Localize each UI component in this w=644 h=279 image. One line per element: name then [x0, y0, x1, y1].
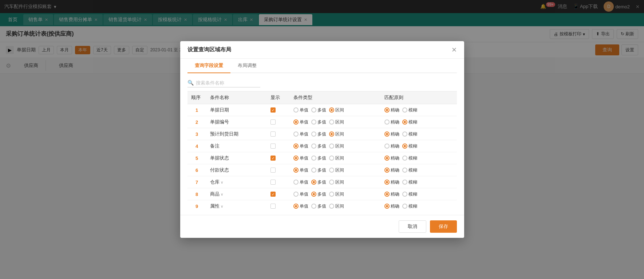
radio-circle-type-2-9 — [329, 204, 334, 209]
radio-type-单值-9[interactable]: 单值 — [293, 203, 308, 209]
cell-order-6: 6 — [187, 164, 206, 176]
radio-label-match-0-2: 精确 — [391, 119, 399, 125]
radio-circle-type-2-1 — [329, 107, 334, 113]
radio-match-精确-1[interactable]: 精确 — [384, 107, 399, 113]
radio-match-精确-7[interactable]: 精确 — [384, 179, 399, 185]
cancel-button[interactable]: 取消 — [399, 220, 426, 233]
cell-display-9[interactable] — [267, 200, 290, 212]
cell-display-2[interactable] — [267, 116, 290, 128]
radio-type-多值-7[interactable]: 多值 — [311, 179, 326, 185]
cell-display-1[interactable] — [267, 104, 290, 116]
radio-type-单值-5[interactable]: 单值 — [293, 155, 308, 161]
radio-match-精确-6[interactable]: 精确 — [384, 167, 399, 173]
radio-match-模糊-5[interactable]: 模糊 — [402, 155, 417, 161]
save-button[interactable]: 保存 — [430, 220, 457, 233]
radio-circle-match-1-1 — [402, 107, 407, 113]
radio-label-type-0-4: 单值 — [300, 143, 308, 149]
radio-type-多值-2[interactable]: 多值 — [311, 119, 326, 125]
radio-type-多值-9[interactable]: 多值 — [311, 203, 326, 209]
modal-tab-query-fields[interactable]: 查询字段设置 — [187, 59, 230, 73]
radio-type-单值-8[interactable]: 单值 — [293, 191, 308, 197]
cell-name-7: 仓库 ∨ — [206, 176, 267, 188]
radio-type-单值-6[interactable]: 单值 — [293, 167, 308, 173]
radio-type-单值-7[interactable]: 单值 — [293, 179, 308, 185]
radio-circle-type-1-3 — [311, 131, 316, 137]
cell-display-8[interactable] — [267, 188, 290, 200]
checkbox-display-2[interactable] — [270, 119, 276, 125]
radio-label-type-2-4: 区间 — [335, 143, 344, 149]
radio-match-模糊-3[interactable]: 模糊 — [402, 131, 417, 137]
checkbox-display-1[interactable] — [270, 107, 276, 113]
checkbox-display-9[interactable] — [270, 204, 276, 209]
radio-label-match-0-6: 精确 — [391, 167, 399, 173]
radio-type-多值-6[interactable]: 多值 — [311, 167, 326, 173]
radio-match-模糊-7[interactable]: 模糊 — [402, 179, 417, 185]
radio-match-模糊-8[interactable]: 模糊 — [402, 191, 417, 197]
radio-type-单值-2[interactable]: 单值 — [293, 119, 308, 125]
radio-match-精确-8[interactable]: 精确 — [384, 191, 399, 197]
modal-close-button[interactable]: ✕ — [451, 47, 457, 53]
radio-circle-type-1-4 — [311, 144, 316, 149]
radio-type-区间-2[interactable]: 区间 — [329, 119, 344, 125]
radio-type-区间-6[interactable]: 区间 — [329, 167, 344, 173]
cell-display-7[interactable] — [267, 176, 290, 188]
cell-display-4[interactable] — [267, 140, 290, 152]
radio-match-模糊-1[interactable]: 模糊 — [402, 107, 417, 113]
checkbox-display-7[interactable] — [270, 180, 276, 185]
radio-label-type-0-8: 单值 — [300, 191, 308, 197]
checkbox-display-5[interactable] — [270, 156, 276, 161]
modal-tab-layout[interactable]: 布局调整 — [230, 59, 264, 73]
table-row: 2单据编号单值多值区间精确模糊 — [187, 116, 457, 128]
radio-type-多值-4[interactable]: 多值 — [311, 143, 326, 149]
table-row: 3预计到货日期单值多值区间精确模糊 — [187, 128, 457, 140]
radio-label-type-2-3: 区间 — [335, 131, 344, 137]
radio-match-精确-9[interactable]: 精确 — [384, 203, 399, 209]
radio-type-区间-5[interactable]: 区间 — [329, 155, 344, 161]
radio-type-多值-8[interactable]: 多值 — [311, 191, 326, 197]
radio-label-type-1-4: 多值 — [317, 143, 326, 149]
radio-circle-match-0-6 — [384, 168, 390, 173]
radio-match-精确-4[interactable]: 精确 — [384, 143, 399, 149]
radio-type-多值-5[interactable]: 多值 — [311, 155, 326, 161]
radio-label-match-0-1: 精确 — [391, 107, 399, 113]
cell-display-5[interactable] — [267, 152, 290, 164]
radio-match-模糊-2[interactable]: 模糊 — [402, 119, 417, 125]
th-type: 条件类型 — [290, 91, 381, 104]
cell-order-1: 1 — [187, 104, 206, 116]
radio-match-模糊-6[interactable]: 模糊 — [402, 167, 417, 173]
radio-type-区间-3[interactable]: 区间 — [329, 131, 344, 137]
radio-match-精确-2[interactable]: 精确 — [384, 119, 399, 125]
radio-type-区间-1[interactable]: 区间 — [329, 107, 344, 113]
checkbox-display-6[interactable] — [270, 168, 276, 173]
radio-type-单值-1[interactable]: 单值 — [293, 107, 308, 113]
search-input[interactable] — [196, 80, 254, 86]
radio-circle-type-1-6 — [311, 168, 316, 173]
radio-type-区间-7[interactable]: 区间 — [329, 179, 344, 185]
radio-label-type-1-2: 多值 — [317, 119, 326, 125]
checkbox-display-3[interactable] — [270, 131, 276, 137]
cell-match-9: 精确模糊 — [381, 200, 457, 212]
radio-circle-type-0-2 — [293, 119, 299, 125]
radio-type-区间-8[interactable]: 区间 — [329, 191, 344, 197]
cell-type-5: 单值多值区间 — [290, 152, 381, 164]
radio-match-模糊-4[interactable]: 模糊 — [402, 143, 417, 149]
radio-type-多值-3[interactable]: 多值 — [311, 131, 326, 137]
cell-order-5: 5 — [187, 152, 206, 164]
radio-type-单值-4[interactable]: 单值 — [293, 143, 308, 149]
th-name: 条件名称 — [206, 91, 267, 104]
checkbox-display-8[interactable] — [270, 192, 276, 197]
radio-type-区间-9[interactable]: 区间 — [329, 203, 344, 209]
cell-display-6[interactable] — [267, 164, 290, 176]
checkbox-display-4[interactable] — [270, 144, 276, 149]
radio-match-精确-5[interactable]: 精确 — [384, 155, 399, 161]
radio-match-精确-3[interactable]: 精确 — [384, 131, 399, 137]
table-row: 9属性 ∨单值多值区间精确模糊 — [187, 200, 457, 212]
cell-display-3[interactable] — [267, 128, 290, 140]
radio-label-match-1-6: 模糊 — [408, 167, 417, 173]
radio-circle-match-1-2 — [402, 119, 407, 125]
radio-type-多值-1[interactable]: 多值 — [311, 107, 326, 113]
radio-match-模糊-9[interactable]: 模糊 — [402, 203, 417, 209]
radio-type-区间-4[interactable]: 区间 — [329, 143, 344, 149]
radio-type-单值-3[interactable]: 单值 — [293, 131, 308, 137]
radio-label-type-1-1: 多值 — [317, 107, 326, 113]
